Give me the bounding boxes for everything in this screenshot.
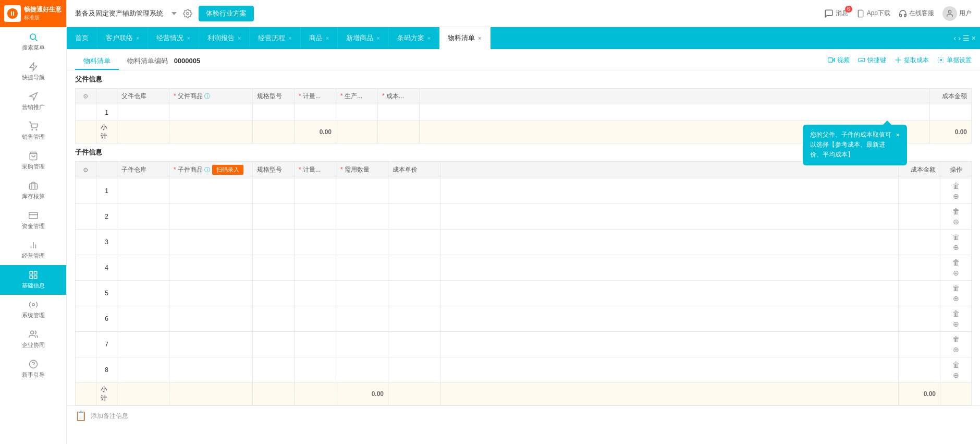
child-cell-spec-7[interactable] [253,332,295,357]
parent-th-settings[interactable]: ⚙ [76,89,96,104]
child-cell-spec-1[interactable] [253,178,295,204]
child-cell-product-1[interactable] [169,178,253,204]
child-cell-qty-3[interactable] [336,230,388,255]
gear-settings-icon[interactable] [183,9,192,18]
experience-btn[interactable]: 体验行业方案 [199,6,254,21]
child-delete-btn-6[interactable]: 🗑 [950,308,962,319]
child-cell-product-4[interactable] [169,255,253,281]
child-cell-unitcost-7[interactable] [388,332,440,357]
sidebar-item-purchase[interactable]: 采购管理 [0,146,66,176]
child-th-settings[interactable]: ⚙ [76,162,96,178]
toolbar-extract-btn[interactable]: 提取成本 [895,56,929,65]
child-cell-warehouse-6[interactable] [117,306,169,332]
child-copy-btn-6[interactable]: ⊕ [951,319,961,329]
child-cell-spec-8[interactable] [253,357,295,383]
child-cell-warehouse-1[interactable] [117,178,169,204]
sidebar-item-inventory[interactable]: 库存核算 [0,176,66,206]
child-copy-btn-3[interactable]: ⊕ [951,242,961,253]
dropdown-arrow-icon[interactable] [172,11,177,16]
tab-barcode[interactable]: 条码方案 × [389,27,439,49]
tooltip-close-btn[interactable]: × [896,130,900,141]
child-cell-qty-8[interactable] [336,357,388,383]
sidebar-item-guide[interactable]: 新手引导 [0,354,66,384]
child-cell-unit-3[interactable] [295,230,336,255]
scan-btn[interactable]: 扫码录入 [212,165,243,175]
parent-cell-product-1[interactable] [169,104,253,121]
child-cell-product-6[interactable] [169,306,253,332]
child-cell-warehouse-8[interactable] [117,357,169,383]
message-btn[interactable]: 消息 6 [824,9,848,18]
child-delete-btn-3[interactable]: 🗑 [950,232,962,242]
sidebar-item-quick-nav[interactable]: 快捷导航 [0,57,66,87]
child-cell-qty-6[interactable] [336,306,388,332]
toolbar-view-btn[interactable]: 视频 [828,56,850,65]
parent-cell-cost-1[interactable] [378,104,420,121]
child-cell-spec-5[interactable] [253,281,295,306]
tab-close-bom[interactable]: × [478,35,481,41]
child-cell-product-3[interactable] [169,230,253,255]
child-cell-warehouse-4[interactable] [117,255,169,281]
nav-close-all-btn[interactable]: × [972,34,976,42]
tab-close-new-product[interactable]: × [376,35,379,41]
child-cell-warehouse-5[interactable] [117,281,169,306]
child-delete-btn-2[interactable]: 🗑 [950,206,962,217]
child-cell-product-8[interactable] [169,357,253,383]
sidebar-item-system[interactable]: 系统管理 [0,295,66,325]
child-copy-btn-4[interactable]: ⊕ [951,268,961,278]
child-cell-product-5[interactable] [169,281,253,306]
child-copy-btn-5[interactable]: ⊕ [951,293,961,304]
sidebar-item-finance[interactable]: 资金管理 [0,206,66,235]
toolbar-settings-btn[interactable]: 单据设置 [937,56,972,65]
tab-customer[interactable]: 客户联络 × [97,27,148,49]
child-delete-btn-5[interactable]: 🗑 [950,283,962,293]
child-cell-warehouse-7[interactable] [117,332,169,357]
parent-cell-warehouse-1[interactable] [117,104,169,121]
child-cell-unitcost-2[interactable] [388,204,440,230]
child-cell-product-2[interactable] [169,204,253,230]
sub-tab-bom-list[interactable]: 物料清单 [75,53,119,70]
child-cell-unitcost-6[interactable] [388,306,440,332]
parent-cell-produce-1[interactable] [336,104,378,121]
sidebar-item-basic[interactable]: 基础信息 [0,265,66,295]
user-btn[interactable]: 用户 [942,6,972,21]
nav-next-btn[interactable]: › [958,34,961,42]
child-cell-qty-5[interactable] [336,281,388,306]
tab-operation-status[interactable]: 经营情况 × [148,27,199,49]
child-cell-spec-2[interactable] [253,204,295,230]
child-cell-unit-5[interactable] [295,281,336,306]
child-cell-spec-4[interactable] [253,255,295,281]
sidebar-item-sales[interactable]: 销售管理 [0,116,66,146]
child-cell-spec-6[interactable] [253,306,295,332]
child-cell-qty-2[interactable] [336,204,388,230]
sidebar-item-search[interactable]: 搜索菜单 [0,27,66,57]
child-copy-btn-8[interactable]: ⊕ [951,370,961,380]
child-cell-unit-7[interactable] [295,332,336,357]
parent-cell-unit-1[interactable] [295,104,336,121]
sidebar-item-marketing[interactable]: 营销推广 [0,87,66,116]
child-delete-btn-7[interactable]: 🗑 [950,334,962,344]
child-cell-unit-4[interactable] [295,255,336,281]
tab-close-barcode[interactable]: × [427,35,431,41]
toolbar-shortcut-btn[interactable]: 快捷键 [858,56,886,65]
app-download-btn[interactable]: App下载 [856,9,890,18]
child-cell-unit-6[interactable] [295,306,336,332]
tab-bom[interactable]: 物料清单 × [439,27,490,49]
sidebar-item-operation[interactable]: 经营管理 [0,235,66,265]
online-service-btn[interactable]: 在线客服 [899,9,934,18]
child-cell-unitcost-8[interactable] [388,357,440,383]
tab-close-history[interactable]: × [288,35,291,41]
child-delete-btn-1[interactable]: 🗑 [950,181,962,191]
tab-profit[interactable]: 利润报告 × [199,27,250,49]
child-cell-product-7[interactable] [169,332,253,357]
child-copy-btn-7[interactable]: ⊕ [951,344,961,355]
sidebar-item-collab[interactable]: 企业协同 [0,325,66,354]
child-cell-unit-2[interactable] [295,204,336,230]
tab-products[interactable]: 商品 × [301,27,338,49]
tab-close-operation[interactable]: × [187,35,190,41]
child-cell-qty-1[interactable] [336,178,388,204]
tab-new-product[interactable]: 新增商品 × [338,27,388,49]
child-delete-btn-4[interactable]: 🗑 [950,257,962,268]
parent-cell-spec-1[interactable] [253,104,295,121]
child-cell-unit-8[interactable] [295,357,336,383]
tab-close-products[interactable]: × [326,35,329,41]
